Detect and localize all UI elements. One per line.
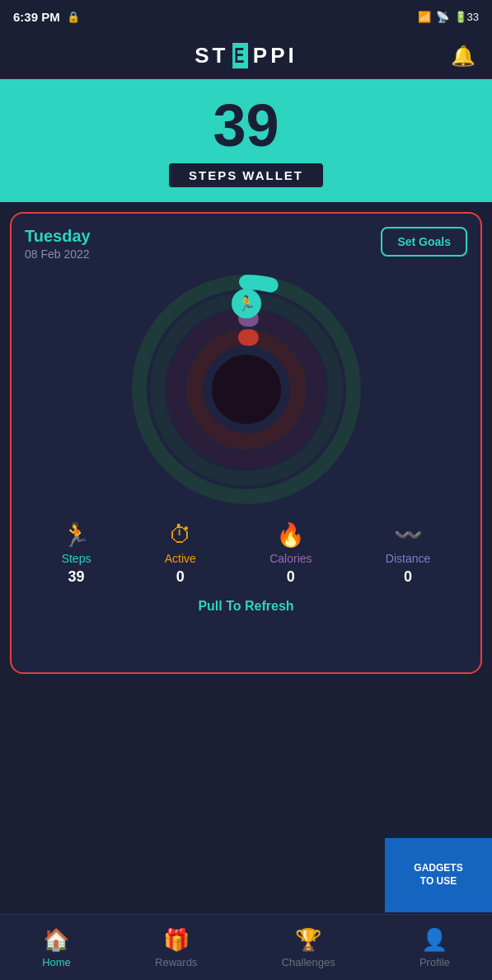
distance-value: 0 bbox=[404, 568, 412, 586]
svg-point-10 bbox=[212, 355, 281, 424]
set-goals-button[interactable]: Set Goals bbox=[381, 227, 467, 257]
steps-value: 39 bbox=[68, 568, 85, 586]
nav-challenges[interactable]: 🏆 Challenges bbox=[282, 927, 335, 968]
calories-label: Calories bbox=[269, 552, 312, 565]
rewards-icon: 🎁 bbox=[163, 927, 190, 953]
steps-wallet-banner: 39 STEPS WALLET bbox=[0, 79, 492, 202]
wallet-label: STEPS WALLET bbox=[169, 163, 323, 187]
activity-rings: 🏃 bbox=[25, 274, 467, 505]
calories-value: 0 bbox=[287, 568, 295, 586]
stats-row: 🏃 Steps 39 ⏱ Active 0 🔥 Calories 0 〰️ Di… bbox=[25, 521, 467, 586]
status-bar: 6:39 PM 🔒 📶 📡 🔋33 bbox=[0, 0, 492, 33]
app-header: STEPPI 🔔 bbox=[0, 33, 492, 79]
steps-label: Steps bbox=[62, 552, 91, 565]
profile-label: Profile bbox=[419, 956, 450, 968]
challenges-icon: 🏆 bbox=[295, 927, 321, 953]
wifi-icon: 📡 bbox=[436, 11, 449, 23]
rewards-label: Rewards bbox=[155, 956, 197, 968]
lock-icon: 🔒 bbox=[67, 11, 80, 23]
main-activity-card: Tuesday 08 Feb 2022 Set Goals 🏃 bbox=[10, 212, 482, 674]
calories-icon: 🔥 bbox=[276, 521, 305, 549]
challenges-label: Challenges bbox=[282, 956, 335, 968]
distance-stat: 〰️ Distance 0 bbox=[386, 521, 430, 586]
home-icon: 🏠 bbox=[43, 927, 69, 953]
watermark-text: GADGETSTO USE bbox=[414, 862, 462, 888]
distance-label: Distance bbox=[386, 552, 430, 565]
card-header: Tuesday 08 Feb 2022 Set Goals bbox=[25, 227, 467, 261]
date-block: Tuesday 08 Feb 2022 bbox=[25, 227, 91, 261]
steps-icon: 🏃 bbox=[62, 521, 91, 549]
active-stat: ⏱ Active 0 bbox=[165, 521, 196, 586]
distance-icon: 〰️ bbox=[394, 521, 423, 549]
active-label: Active bbox=[165, 552, 196, 565]
day-label: Tuesday bbox=[25, 227, 91, 246]
profile-icon: 👤 bbox=[421, 927, 447, 953]
nav-rewards[interactable]: 🎁 Rewards bbox=[155, 927, 197, 968]
date-label: 08 Feb 2022 bbox=[25, 247, 91, 261]
status-time: 6:39 PM bbox=[13, 10, 60, 24]
app-logo: STEPPI bbox=[194, 43, 298, 68]
notification-bell-icon[interactable]: 🔔 bbox=[451, 45, 476, 68]
bottom-navigation: 🏠 Home 🎁 Rewards 🏆 Challenges 👤 Profile bbox=[0, 914, 492, 980]
watermark: GADGETSTO USE bbox=[385, 838, 492, 912]
battery-icon: 🔋33 bbox=[454, 11, 479, 23]
nav-home[interactable]: 🏠 Home bbox=[42, 927, 71, 968]
nav-profile[interactable]: 👤 Profile bbox=[419, 927, 450, 968]
wallet-number: 39 bbox=[213, 96, 279, 155]
pull-refresh-text: Pull To Refresh bbox=[25, 599, 467, 617]
signal-icon: 📶 bbox=[418, 11, 431, 23]
active-icon: ⏱ bbox=[169, 521, 192, 549]
active-value: 0 bbox=[176, 568, 185, 586]
calories-stat: 🔥 Calories 0 bbox=[269, 521, 312, 586]
steps-stat: 🏃 Steps 39 bbox=[62, 521, 91, 586]
runner-icon: 🏃 bbox=[232, 289, 261, 318]
home-label: Home bbox=[42, 956, 71, 968]
